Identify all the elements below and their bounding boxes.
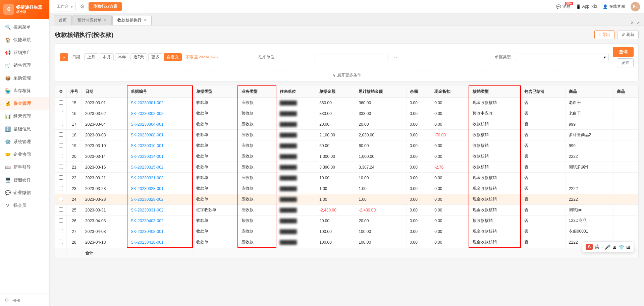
row-checkbox[interactable] [59, 154, 63, 158]
sidebar-item-inventory[interactable]: 🏪库存核算 [0, 84, 49, 97]
row-checkbox[interactable] [59, 229, 63, 233]
row-bill-no-link[interactable]: SK-20230310-001 [131, 143, 163, 148]
row-bill-no: SK-20230328-001 [127, 183, 193, 194]
row-checkbox[interactable] [59, 197, 63, 201]
table-row: 152023-03-01SK-20230301-002收款单应收款██████3… [55, 98, 638, 108]
row-checkbox[interactable] [59, 240, 63, 244]
row-include-settled: 否 [521, 183, 565, 194]
settings-icon[interactable]: ⚙ [5, 297, 9, 303]
row-bill-no-link[interactable]: SK-20230308-001 [131, 133, 163, 137]
row-checkbox[interactable] [59, 122, 63, 126]
row-bill-no-link[interactable]: SK-20230331-002 [131, 208, 163, 212]
workspace-selector[interactable]: 工作台 ▾ [54, 2, 76, 11]
date-btn-近7天[interactable]: 近7天 [130, 53, 147, 61]
topbar-gear-icon[interactable]: ⚙ [78, 2, 86, 11]
widget-grid2-icon[interactable]: ⊞ [626, 244, 630, 250]
row-checkbox[interactable] [59, 218, 63, 223]
tab-collection[interactable]: 收款核销执行✕ [112, 15, 152, 25]
row-bill-no-link[interactable]: SK-20230314-001 [131, 154, 163, 159]
row-verify-type: 现金收款核销 [469, 194, 521, 205]
row-bill-no-link[interactable]: SK-20230328-001 [131, 186, 163, 191]
row-checkbox[interactable] [59, 111, 63, 115]
row-product2 [613, 162, 638, 173]
row-bill-no-link[interactable]: SK-20230315-002 [131, 165, 163, 170]
row-balance: 0.00 [406, 119, 431, 130]
row-total-verify: 100.00 [355, 226, 406, 237]
row-checkbox[interactable] [59, 207, 63, 212]
row-balance: 0.00 [406, 140, 431, 151]
app-download-button[interactable]: 📱 App下载 [576, 4, 597, 9]
guide-icon: 📖 [5, 165, 11, 170]
th-gear[interactable]: ⚙ [55, 86, 67, 98]
row-bill-no-link[interactable]: SK-20230301-002 [131, 101, 163, 105]
tab-home[interactable]: 首页 [54, 15, 72, 25]
tab-close-collection[interactable]: ✕ [144, 18, 147, 22]
date-btn-本月[interactable]: 本月 [100, 53, 114, 61]
row-include-settled: 否 [521, 119, 565, 130]
row-bill-no-link[interactable]: SK-20230328-002 [131, 197, 163, 202]
filter-toggle-button[interactable]: » [60, 53, 68, 61]
solution-button[interactable]: 体验行业方案 [89, 2, 122, 11]
collapse-icon[interactable]: ◀◀ [12, 297, 20, 303]
tab-maximize-icon[interactable]: ⤢ [637, 20, 640, 25]
row-cash-discount: 0.00 [431, 98, 469, 108]
expand-conditions-button[interactable]: ∨ 展开更多条件 [333, 72, 361, 78]
online-service-button[interactable]: 👤 在线客服 [603, 4, 625, 9]
type-select[interactable]: ▾ [515, 54, 609, 61]
row-include-settled: 否 [521, 108, 565, 119]
row-product2 [613, 173, 638, 183]
row-bill-no-link[interactable]: SK-20230418-001 [131, 240, 163, 245]
date-btn-更多[interactable]: 更多 [148, 53, 162, 61]
row-checkbox[interactable] [59, 100, 63, 105]
row-product2 [613, 183, 638, 194]
widget-shirt-icon[interactable]: 👕 [619, 244, 624, 250]
row-bill-amount: 3,390.00 [316, 162, 355, 173]
row-cash-discount: -2.76 [431, 162, 469, 173]
sidebar-item-system[interactable]: ⚙️系统管理 [0, 135, 49, 148]
sidebar-item-quick-nav[interactable]: 🏠快捷导航 [0, 34, 49, 46]
export-button[interactable]: ↑ 导出 [594, 30, 614, 39]
search-icon: 🔍 [5, 24, 11, 30]
sidebar-item-hardware[interactable]: 🖥️智能硬件 [0, 174, 49, 186]
unit-input[interactable] [315, 54, 388, 61]
sidebar-item-marketing[interactable]: 📢营销推广 [0, 46, 49, 59]
row-checkbox[interactable] [59, 186, 63, 190]
user-avatar[interactable]: Rit [631, 2, 640, 11]
date-btn-本年[interactable]: 本年 [115, 53, 129, 61]
row-bill-no-link[interactable]: SK-20230321-003 [131, 176, 163, 180]
row-bill-no-link[interactable]: SK-20230302-002 [131, 111, 163, 116]
row-verify-type: 收款核销 [469, 140, 521, 151]
sidebar-item-finance[interactable]: 💰资金管理 [0, 97, 49, 110]
refresh-button[interactable]: ↺ 刷新 [617, 30, 639, 39]
widget-mic-icon[interactable]: 🎤 [605, 244, 610, 250]
message-button[interactable]: 💬 消息 99+ [556, 4, 571, 9]
tab-close-all-icon[interactable]: ✕ [631, 20, 634, 25]
row-checkbox[interactable] [59, 165, 63, 169]
sidebar-item-enterprise[interactable]: 🤝企业协同 [0, 148, 49, 161]
row-include-settled: 否 [521, 205, 565, 216]
sidebar-item-guide[interactable]: 📖新手引导 [0, 161, 49, 174]
sidebar-item-wechat[interactable]: 💬企业微信 [0, 186, 49, 199]
sidebar-item-basic[interactable]: ℹ️基础信息 [0, 123, 49, 135]
query-button[interactable]: 查询 [613, 47, 634, 57]
filter-settings-button[interactable]: 设置 [617, 58, 634, 67]
widget-grid-icon[interactable]: ⊞ [612, 244, 616, 250]
sidebar-item-operation[interactable]: 📊经营管理 [0, 110, 49, 123]
row-bill-no-link[interactable]: SK-20230408-001 [131, 229, 163, 234]
row-checkbox[interactable] [59, 175, 63, 180]
sidebar-item-member[interactable]: V畅会员 [0, 199, 49, 212]
row-bill-no-link[interactable]: SK-20230304-001 [131, 122, 163, 127]
row-bill-no-link[interactable]: SK-20230403-002 [131, 219, 163, 223]
row-biz-type: 应收款 [238, 151, 276, 162]
date-btn-custom[interactable]: 自定义 [164, 53, 182, 61]
sidebar-label-inventory: 库存核算 [13, 88, 31, 94]
row-checkbox[interactable] [59, 143, 63, 147]
tab-close-payable[interactable]: ✕ [104, 18, 107, 22]
row-checkbox[interactable] [59, 132, 63, 137]
date-btn-上月[interactable]: 上月 [84, 53, 98, 61]
tab-payable[interactable]: 预计冲应付单✕ [72, 15, 112, 25]
row-product2 [613, 205, 638, 216]
sidebar-item-sales[interactable]: 🛒销售管理 [0, 59, 49, 72]
sidebar-item-search[interactable]: 🔍搜索菜单 [0, 21, 49, 34]
sidebar-item-purchase[interactable]: 📦采购管理 [0, 72, 49, 84]
